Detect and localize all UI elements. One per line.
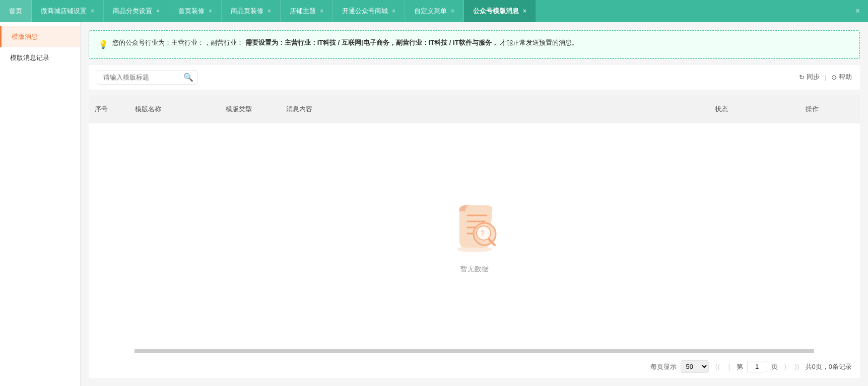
notice-text: 您的公众号行业为：主营行业：，副营行业： 需要设置为：主营行业：IT科技 / 互… bbox=[112, 38, 578, 48]
global-close-button[interactable]: × bbox=[847, 7, 868, 16]
th-index: 序号 bbox=[89, 101, 129, 118]
page-di-label: 第 bbox=[737, 362, 743, 371]
tab-home-decor[interactable]: 首页装修 × bbox=[169, 0, 222, 22]
help-button[interactable]: ⊙ 帮助 bbox=[831, 72, 852, 82]
content-area: 💡 您的公众号行业为：主营行业：，副营行业： 需要设置为：主营行业：IT科技 /… bbox=[81, 22, 868, 386]
sync-label: 同步 bbox=[807, 72, 820, 82]
sync-icon: ↻ bbox=[799, 73, 805, 81]
pagination: 每页显示 50 10 20 100 ⟨⟨ ⟨ 第 页 ⟩ ⟩⟩ 共0页，0条记录 bbox=[89, 355, 860, 378]
page-total: 共0页，0条记录 bbox=[806, 362, 852, 371]
prev-page-button[interactable]: ⟨ bbox=[726, 362, 732, 372]
notice-suffix: 才能正常发送预置的消息。 bbox=[500, 39, 578, 46]
main-layout: 模版消息 模版消息记录 💡 您的公众号行业为：主营行业：，副营行业： 需要设置为… bbox=[0, 22, 868, 386]
tab-product-decor-label: 商品页装修 bbox=[231, 7, 263, 16]
close-tab-wechat-template-msg[interactable]: × bbox=[523, 8, 526, 15]
tab-open-wechat-shop-label: 开通公众号商城 bbox=[342, 7, 388, 16]
close-tab-wsc-shop-setting[interactable]: × bbox=[91, 8, 94, 15]
th-name: 模版名称 bbox=[129, 101, 220, 118]
page-size-label: 每页显示 bbox=[650, 362, 677, 371]
notice-highlight: 需要设置为：主营行业：IT科技 / 互联网|电子商务，副营行业：IT科技 / I… bbox=[245, 39, 498, 46]
notice-icon: 💡 bbox=[98, 38, 108, 51]
sidebar-item-template-message-log[interactable]: 模版消息记录 bbox=[0, 47, 80, 68]
tab-home-decor-label: 首页装修 bbox=[178, 7, 205, 16]
table-body: ? 暂无数据 bbox=[89, 123, 860, 347]
toolbar: 🔍 ↻ 同步 | ⊙ 帮助 bbox=[89, 65, 860, 90]
tab-custom-menu[interactable]: 自定义菜单 × bbox=[405, 0, 464, 22]
close-tab-home-decor[interactable]: × bbox=[209, 8, 212, 15]
page-unit: 页 bbox=[771, 362, 778, 371]
tab-custom-menu-label: 自定义菜单 bbox=[414, 7, 447, 16]
page-size-select[interactable]: 50 10 20 100 bbox=[681, 360, 709, 373]
close-tab-open-wechat-shop[interactable]: × bbox=[392, 8, 395, 15]
tab-product-decor[interactable]: 商品页装修 × bbox=[222, 0, 281, 22]
close-tab-product-decor[interactable]: × bbox=[268, 8, 271, 15]
last-page-button[interactable]: ⟩⟩ bbox=[792, 362, 802, 372]
sidebar: 模版消息 模版消息记录 bbox=[0, 22, 81, 386]
th-action: 操作 bbox=[799, 101, 860, 118]
notice-box: 💡 您的公众号行业为：主营行业：，副营行业： 需要设置为：主营行业：IT科技 /… bbox=[89, 30, 860, 59]
empty-illustration: ? bbox=[444, 196, 505, 257]
th-type: 模版类型 bbox=[220, 101, 280, 118]
close-tab-custom-menu[interactable]: × bbox=[451, 8, 454, 15]
close-tab-shop-theme[interactable]: × bbox=[320, 8, 323, 15]
search-button[interactable]: 🔍 bbox=[183, 72, 193, 82]
search-icon: 🔍 bbox=[183, 73, 193, 82]
table-header: 序号 模版名称 模版类型 消息内容 状态 操作 bbox=[89, 96, 860, 123]
sync-button[interactable]: ↻ 同步 bbox=[799, 72, 820, 82]
empty-text: 暂无数据 bbox=[460, 265, 489, 274]
tab-home-label: 首页 bbox=[9, 7, 22, 16]
tab-wechat-template-msg-label: 公众号模版消息 bbox=[473, 7, 519, 16]
next-page-button[interactable]: ⟩ bbox=[782, 362, 788, 372]
close-tab-product-category[interactable]: × bbox=[156, 8, 160, 15]
table-wrapper: 序号 模版名称 模版类型 消息内容 状态 操作 bbox=[89, 96, 860, 378]
tab-shop-theme-label: 店铺主题 bbox=[290, 7, 316, 16]
tab-wechat-template-msg[interactable]: 公众号模版消息 × bbox=[464, 0, 536, 22]
tab-product-category-label: 商品分类设置 bbox=[113, 7, 152, 16]
th-status: 状态 bbox=[709, 101, 799, 118]
tab-shop-theme[interactable]: 店铺主题 × bbox=[281, 0, 333, 22]
tab-wsc-shop-setting[interactable]: 微商城店铺设置 × bbox=[32, 0, 104, 22]
tab-open-wechat-shop[interactable]: 开通公众号商城 × bbox=[333, 0, 405, 22]
tab-bar: 首页 微商城店铺设置 × 商品分类设置 × 首页装修 × 商品页装修 × 店铺主… bbox=[0, 0, 868, 22]
first-page-button[interactable]: ⟨⟨ bbox=[713, 362, 722, 372]
sidebar-item-template-message-label: 模版消息 bbox=[12, 33, 38, 40]
toolbar-right: ↻ 同步 | ⊙ 帮助 bbox=[799, 72, 852, 82]
help-label: 帮助 bbox=[839, 72, 852, 82]
tab-product-category[interactable]: 商品分类设置 × bbox=[104, 0, 169, 22]
horizontal-scrollbar[interactable] bbox=[97, 349, 852, 353]
svg-text:?: ? bbox=[481, 229, 485, 237]
search-input[interactable] bbox=[97, 70, 197, 85]
sidebar-item-template-message-log-label: 模版消息记录 bbox=[10, 54, 49, 61]
notice-prefix: 您的公众号行业为：主营行业：，副营行业： bbox=[112, 39, 243, 46]
search-area: 🔍 bbox=[97, 70, 193, 85]
divider: | bbox=[825, 73, 826, 81]
sidebar-item-template-message[interactable]: 模版消息 bbox=[0, 26, 80, 47]
current-page-input[interactable] bbox=[747, 361, 767, 372]
tab-wsc-shop-setting-label: 微商城店铺设置 bbox=[41, 7, 87, 16]
help-icon: ⊙ bbox=[831, 73, 837, 81]
th-content: 消息内容 bbox=[280, 101, 709, 118]
tab-home[interactable]: 首页 bbox=[0, 0, 32, 22]
